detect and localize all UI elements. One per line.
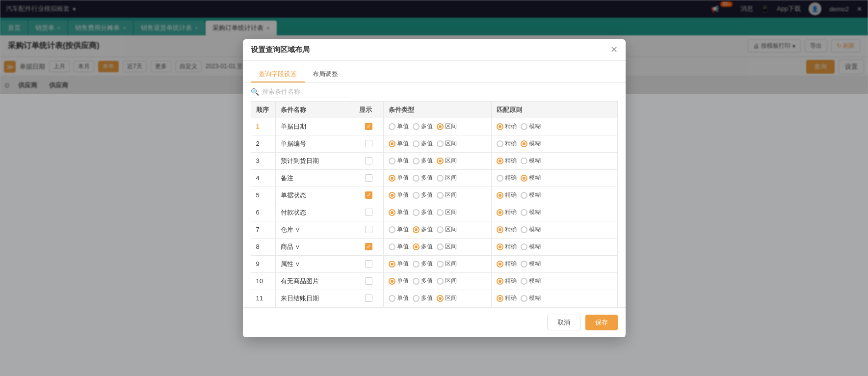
modal-tabs: 查询字段设置 布局调整 bbox=[243, 61, 626, 83]
modal-close-icon[interactable]: ✕ bbox=[610, 45, 618, 54]
modal-search-area: 🔍 bbox=[243, 83, 626, 95]
tab-layout[interactable]: 布局调整 bbox=[305, 67, 346, 82]
tab-query-fields[interactable]: 查询字段设置 bbox=[251, 67, 305, 82]
modal-header: 设置查询区域布局 ✕ bbox=[243, 39, 626, 61]
search-icon: 🔍 bbox=[251, 88, 259, 95]
modal-title: 设置查询区域布局 bbox=[251, 45, 310, 54]
modal-dialog: 设置查询区域布局 ✕ 查询字段设置 布局调整 🔍 顺序 bbox=[243, 39, 626, 95]
search-wrap: 🔍 bbox=[251, 88, 349, 95]
modal-body: 查询字段设置 布局调整 🔍 顺序 条件名称 显示 条件类型 匹配原则 bbox=[243, 61, 626, 95]
modal-overlay[interactable]: 设置查询区域布局 ✕ 查询字段设置 布局调整 🔍 顺序 bbox=[0, 0, 868, 94]
search-input[interactable] bbox=[262, 88, 341, 94]
